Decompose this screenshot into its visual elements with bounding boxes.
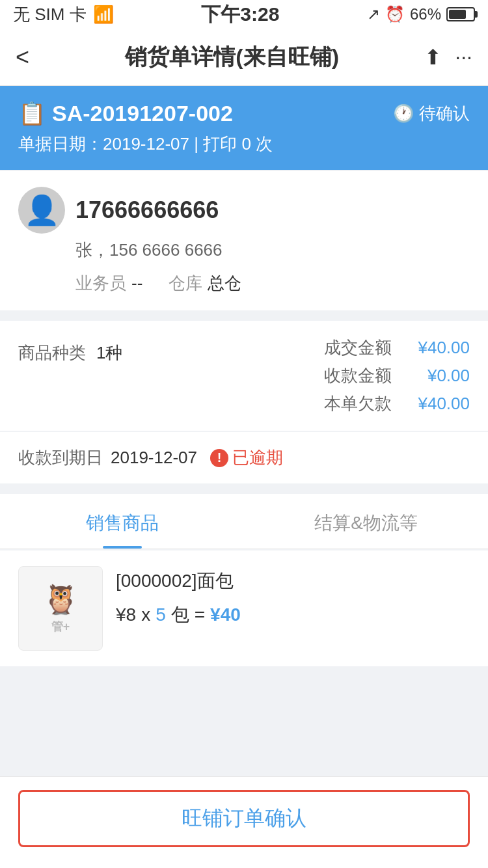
product-thumbnail: 🦉 管+ — [18, 566, 103, 651]
customer-meta: 业务员 -- 仓库 总仓 — [75, 272, 470, 295]
customer-section: 👤 17666666666 张，156 6666 6666 业务员 -- 仓库 … — [0, 171, 488, 310]
due-date: 2019-12-07 — [111, 448, 197, 468]
amount-label: 成交金额 — [324, 336, 392, 359]
status-left: 无 SIM 卡 📶 — [13, 3, 114, 26]
product-section: 🦉 管+ [0000002]面包 ¥8 x 5 包 = ¥40 — [0, 550, 488, 666]
price-unit: 包 — [171, 603, 189, 627]
nav-bar: < 销货单详情(来自旺铺) ⬆ ··· — [0, 29, 488, 86]
overdue-icon: ! — [210, 449, 228, 467]
avatar: 👤 — [18, 187, 65, 234]
owed-value: ¥40.00 — [405, 394, 470, 414]
battery-icon — [446, 7, 475, 21]
stats-section: 商品种类 1种 成交金额 ¥40.00 收款金额 ¥0.00 本单欠款 ¥40.… — [0, 321, 488, 431]
overdue-text: 已逾期 — [232, 446, 283, 469]
salesperson-label: 业务员 — [75, 272, 126, 295]
confirm-button[interactable]: 旺铺订单确认 — [18, 790, 470, 847]
type-label: 商品种类 — [18, 342, 86, 364]
tab-settlement[interactable]: 结算&物流等 — [244, 494, 488, 549]
share-icon[interactable]: ⬆ — [424, 45, 442, 70]
more-icon[interactable]: ··· — [455, 45, 472, 69]
owed-label: 本单欠款 — [324, 392, 392, 415]
amount-value: ¥40.00 — [405, 338, 470, 358]
status-time: 下午3:28 — [201, 1, 279, 28]
bottom-bar: 旺铺订单确认 — [0, 776, 488, 868]
received-row: 收款金额 ¥0.00 — [324, 364, 470, 387]
type-value: 1种 — [96, 342, 122, 364]
order-header: 📋 SA-20191207-002 🕐 待确认 单据日期：2019-12-07 … — [0, 86, 488, 170]
tab-settlement-label: 结算&物流等 — [314, 513, 418, 533]
price-total: ¥40 — [210, 604, 241, 625]
price-qty: 5 — [156, 604, 166, 625]
order-id-text: SA-20191207-002 — [52, 101, 233, 126]
received-value: ¥0.00 — [405, 366, 470, 386]
warehouse-label: 仓库 — [169, 272, 202, 295]
status-right: ↗ ⏰ 66% — [367, 5, 475, 23]
stats-right: 成交金额 ¥40.00 收款金额 ¥0.00 本单欠款 ¥40.00 — [324, 336, 470, 415]
product-item: 🦉 管+ [0000002]面包 ¥8 x 5 包 = ¥40 — [18, 566, 470, 651]
product-name: [0000002]面包 — [116, 569, 470, 593]
brand-text: 管+ — [51, 619, 70, 634]
owed-row: 本单欠款 ¥40.00 — [324, 392, 470, 415]
product-thumb-inner: 🦉 管+ — [43, 582, 79, 634]
location-icon: ↗ — [367, 5, 380, 23]
overdue-badge: ! 已逾期 — [210, 446, 283, 469]
wifi-icon: 📶 — [93, 5, 114, 25]
tab-products[interactable]: 销售商品 — [0, 494, 244, 549]
status-bar: 无 SIM 卡 📶 下午3:28 ↗ ⏰ 66% — [0, 0, 488, 29]
customer-row: 👤 17666666666 — [18, 187, 470, 234]
order-id-icon: 📋 — [18, 100, 46, 126]
price-equals: = — [195, 604, 205, 625]
page-title: 销货单详情(来自旺铺) — [40, 42, 424, 72]
avatar-icon: 👤 — [24, 193, 60, 227]
back-button[interactable]: < — [16, 44, 40, 71]
warehouse-meta: 仓库 总仓 — [169, 272, 241, 295]
product-price-row: ¥8 x 5 包 = ¥40 — [116, 603, 470, 627]
price-multiply: x — [141, 604, 150, 625]
battery-text: 66% — [410, 5, 441, 23]
received-label: 收款金额 — [324, 364, 392, 387]
customer-phone: 17666666666 — [75, 197, 219, 224]
order-date: 单据日期：2019-12-07 | 打印 0 次 — [18, 133, 470, 156]
amount-row: 成交金额 ¥40.00 — [324, 336, 470, 359]
order-id: 📋 SA-20191207-002 — [18, 100, 233, 126]
carrier-text: 无 SIM 卡 — [13, 3, 87, 26]
customer-name: 张，156 6666 6666 — [75, 239, 470, 262]
order-header-top: 📋 SA-20191207-002 🕐 待确认 — [18, 100, 470, 126]
alarm-icon: ⏰ — [385, 5, 405, 23]
due-label: 收款到期日 — [18, 446, 103, 469]
tab-products-label: 销售商品 — [86, 513, 159, 533]
status-text: 待确认 — [419, 102, 470, 125]
salesperson-value: -- — [131, 273, 142, 293]
salesperson-meta: 业务员 -- — [75, 272, 142, 295]
due-section: 收款到期日 2019-12-07 ! 已逾期 — [0, 432, 488, 483]
order-status: 🕐 待确认 — [393, 102, 470, 125]
status-clock-icon: 🕐 — [393, 103, 414, 124]
brand-owl-icon: 🦉 — [43, 582, 79, 616]
nav-actions: ⬆ ··· — [424, 45, 472, 70]
tabs-section: 销售商品 结算&物流等 — [0, 494, 488, 549]
warehouse-value: 总仓 — [208, 272, 241, 295]
product-info: [0000002]面包 ¥8 x 5 包 = ¥40 — [116, 566, 470, 627]
stats-left: 商品种类 1种 — [18, 336, 324, 364]
price-base: ¥8 — [116, 604, 136, 625]
